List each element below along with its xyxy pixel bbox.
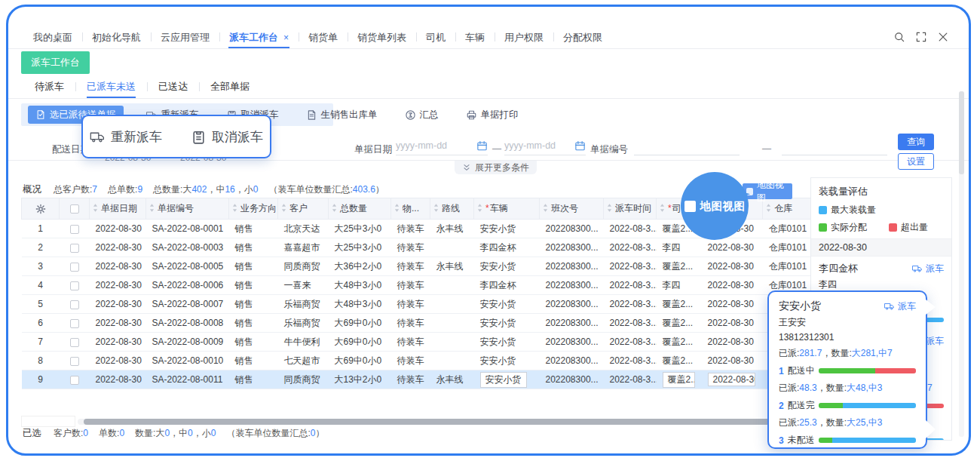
tab-派车工作台[interactable]: 派车工作台× (219, 26, 299, 48)
sort-icon[interactable] (394, 204, 400, 212)
column-header[interactable]: *车辆 (474, 198, 540, 220)
row-checkbox[interactable] (70, 319, 79, 328)
calendar-icon[interactable] (476, 140, 488, 152)
settings-button[interactable]: 设置 (898, 153, 934, 170)
table-row[interactable]: 72022-08-30SA-2022-08-0009销售牛牛便利大69中0小0待… (22, 333, 811, 352)
editable-cell[interactable]: 安安小货 (480, 372, 527, 388)
column-header[interactable]: 单据编号 (146, 198, 229, 220)
sort-icon[interactable] (543, 204, 548, 212)
column-header[interactable]: 派车时间 (604, 198, 657, 220)
doc-no-start-input[interactable] (634, 137, 740, 155)
table-row[interactable]: 32022-08-30SA-2022-08-0005销售同质商贸大36中2小0待… (22, 257, 811, 276)
table-row[interactable]: 82022-08-30SA-2022-08-0010销售七天超市大69中0小0待… (22, 352, 811, 370)
doc-date-start-input[interactable]: yyyy-mm-dd (396, 137, 488, 155)
toolbar-button-生销售出库单[interactable]: 生销售出库单 (302, 108, 382, 122)
subtab-已派车未送[interactable]: 已派车未送 (75, 75, 147, 98)
sort-icon[interactable] (281, 204, 286, 212)
row-checkbox[interactable] (70, 244, 79, 253)
subtab-全部单据[interactable]: 全部单据 (199, 75, 261, 98)
row-checkbox[interactable] (70, 225, 79, 234)
legend-item: 实际分配 (819, 221, 889, 234)
tab-分配权限[interactable]: 分配权限 (553, 26, 612, 48)
row-checkbox[interactable] (70, 357, 79, 366)
column-header[interactable]: 单据日期 (90, 198, 146, 220)
tab-车辆[interactable]: 车辆 (455, 26, 495, 48)
column-header[interactable]: 班次号 (540, 198, 604, 220)
dispatch-label: 派车 (926, 335, 944, 348)
editable-cell[interactable]: 2022-08-30 (708, 373, 756, 386)
editable-cell[interactable]: 覆盖2... (663, 372, 695, 388)
row-checkbox[interactable] (70, 281, 79, 290)
subtab-已送达[interactable]: 已送达 (147, 75, 199, 98)
column-header[interactable]: 客户 (278, 198, 329, 220)
column-header[interactable]: 路线 (430, 198, 474, 220)
sort-icon[interactable] (607, 204, 612, 212)
table-row[interactable]: 52022-08-30SA-2022-08-0007销售乐福商贸大48中3小0待… (22, 295, 811, 314)
table-row[interactable]: 22022-08-30SA-2022-08-0003销售嘉嘉超市大25中3小0待… (22, 238, 811, 257)
dispatch-link[interactable]: 派车 (912, 263, 944, 275)
table-row[interactable]: 92022-08-30SA-2022-08-0011销售同质商贸大13中2小0待… (22, 370, 811, 389)
tab-销货单[interactable]: 销货单 (299, 26, 348, 48)
sort-icon[interactable] (477, 204, 482, 212)
table-row[interactable]: 42022-08-30SA-2022-08-0006销售一喜来大48中3小0待装… (22, 276, 811, 295)
sort-icon[interactable] (149, 204, 155, 212)
cell: 安安小货 (474, 370, 540, 389)
map-view-toggle[interactable]: 地图视图 (743, 183, 792, 199)
date-placeholder: yyyy-mm-dd (504, 140, 556, 151)
tab-销货单列表[interactable]: 销货单列表 (348, 26, 416, 48)
tab-close-icon[interactable]: × (283, 32, 289, 43)
tab-我的桌面[interactable]: 我的桌面 (23, 26, 82, 48)
toolbar-button-单据打印[interactable]: 单据打印 (461, 108, 523, 122)
calendar-icon[interactable] (574, 140, 586, 152)
subtab-待派车[interactable]: 待派车 (23, 75, 75, 98)
cell: 销售 (229, 314, 278, 333)
column-header[interactable] (22, 198, 60, 220)
column-header[interactable]: 物... (391, 198, 430, 220)
tab-初始化导航[interactable]: 初始化导航 (82, 26, 151, 48)
callout-button-取消派车[interactable]: 取消派车 (186, 128, 268, 146)
row-checkbox[interactable] (70, 338, 79, 347)
sort-icon[interactable] (766, 204, 771, 212)
cell: 同质商贸 (278, 370, 329, 389)
table-row[interactable]: 62022-08-30SA-2022-08-0008销售乐福商贸大69中0小0待… (22, 314, 811, 333)
column-header[interactable]: 总数量 (329, 198, 391, 220)
select-all-checkbox[interactable] (70, 204, 79, 214)
vertical-scrollbar-thumb[interactable] (959, 91, 964, 174)
tab-用户权限[interactable]: 用户权限 (495, 26, 553, 48)
sort-icon[interactable] (93, 204, 98, 212)
close-icon[interactable] (937, 31, 949, 43)
query-button[interactable]: 查询 (898, 134, 934, 150)
doc-select-icon (35, 109, 46, 120)
column-header[interactable] (60, 198, 90, 220)
dispatch-link[interactable]: 派车 (884, 300, 916, 313)
tab-云应用管理[interactable]: 云应用管理 (151, 26, 219, 48)
tab-label: 我的桌面 (33, 32, 72, 43)
expand-more-button[interactable]: 展开更多条件 (455, 161, 537, 174)
cell: 李四 (657, 238, 702, 257)
cell: 2022-08-30 (702, 352, 763, 370)
cell (430, 333, 474, 352)
sort-icon[interactable] (660, 204, 665, 212)
fullscreen-icon[interactable] (915, 31, 927, 43)
callout-button-重新派车[interactable]: 重新派车 (85, 128, 167, 146)
cell: 李四 (657, 276, 702, 295)
sort-icon[interactable] (433, 204, 439, 212)
cell: 一喜来 (278, 276, 329, 295)
tab-司机[interactable]: 司机 (416, 26, 455, 48)
doc-no-end-input[interactable] (782, 137, 887, 155)
sort-icon[interactable] (332, 204, 337, 212)
sort-icon[interactable] (232, 204, 237, 212)
search-icon[interactable] (893, 31, 905, 43)
column-header[interactable]: 业务方向 (229, 198, 278, 220)
row-checkbox[interactable] (70, 376, 79, 385)
gear-icon[interactable] (35, 204, 46, 214)
tooltip-driver-phone: 13812312301 (779, 332, 916, 343)
row-checkbox[interactable] (70, 263, 79, 272)
vertical-scrollbar[interactable] (959, 91, 964, 437)
map-view-checkbox-large[interactable] (684, 201, 696, 212)
toolbar-button-汇总[interactable]: 汇总 (400, 108, 443, 122)
doc-date-end-input[interactable]: yyyy-mm-dd (504, 137, 586, 155)
top-tabbar: 我的桌面初始化导航云应用管理派车工作台×销货单销货单列表司机车辆用户权限分配权限 (23, 26, 612, 48)
row-checkbox[interactable] (70, 300, 79, 309)
horizontal-scrollbar-thumb[interactable] (84, 419, 838, 425)
